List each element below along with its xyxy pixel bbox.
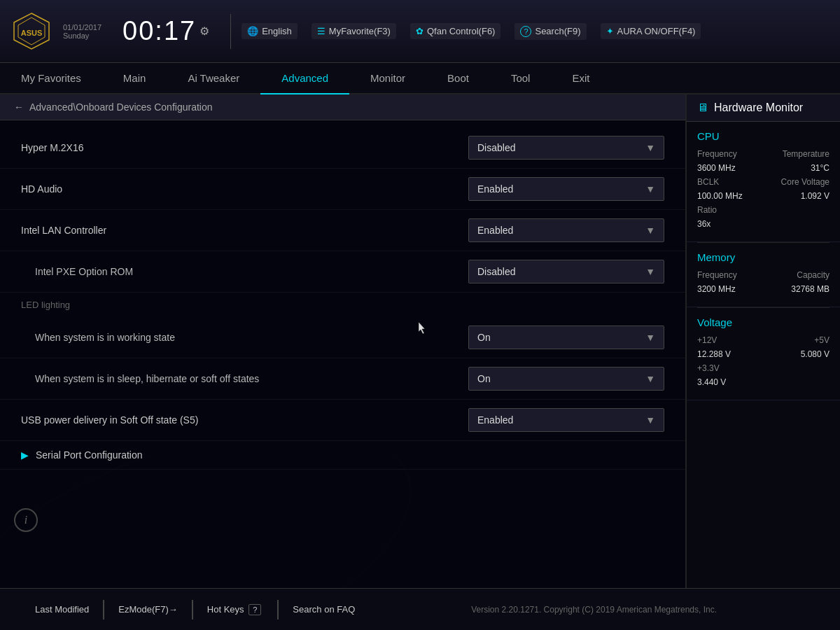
header-date: 01/01/2017 [63,23,102,31]
header-time: 00:17 [122,16,196,46]
led-lighting-label: LED lighting [21,300,70,310]
nav-main[interactable]: Main [102,63,167,94]
cpu-frequency-key: Frequency [697,149,737,159]
cpu-bclk-value-row: 100.00 MHz 1.092 V [697,191,830,201]
serial-port-link[interactable]: ▶ Serial Port Configuration [0,441,685,470]
section-led-lighting: LED lighting [0,293,685,317]
info-icon-area: i [14,508,38,532]
cpu-frequency-val: 3600 MHz [697,163,736,173]
cpu-ratio-row: Ratio [697,205,830,215]
hardware-monitor-title-text: Hardware Monitor [714,102,803,114]
cpu-bclk-key: BCLK [697,177,719,187]
footer: Last Modified EzMode(F7)→ Hot Keys ? Sea… [0,588,840,630]
setting-label-usb-power: USB power delivery in Soft Off state (S5… [21,414,468,426]
header-gear-icon[interactable]: ⚙ [200,24,209,38]
cpu-section-title: CPU [697,130,830,142]
setting-value-hd-audio: Enabled [477,183,513,195]
cpu-bclk-val: 100.00 MHz [697,191,743,201]
dropdown-arrow-icon: ▼ [645,225,655,236]
search-btn[interactable]: ? Search(F9) [514,23,586,40]
nav-boot[interactable]: Boot [426,63,490,94]
voltage-5v-key: +5V [814,335,830,345]
nav-tool[interactable]: Tool [490,63,552,94]
cpu-corevoltage-val: 1.092 V [801,191,830,201]
info-icon[interactable]: i [14,508,38,532]
header: ASUS 01/01/2017 Sunday 00:17 ⚙ 🌐 English… [0,0,840,63]
footer-last-modified-label: Last Modified [35,604,89,615]
myfavorite-btn[interactable]: ☰ MyFavorite(F3) [312,23,396,39]
footer-hotkeys-btn[interactable]: Hot Keys ? [193,600,279,620]
hardware-monitor-title: 🖥 Hardware Monitor [687,94,840,122]
cpu-temperature-val: 31°C [811,163,830,173]
myfavorite-label: MyFavorite(F3) [329,26,391,36]
setting-intel-lan: Intel LAN Controller Enabled ▼ [0,210,685,251]
nav-monitor[interactable]: Monitor [349,63,426,94]
header-controls: 🌐 English ☰ MyFavorite(F3) ✿ Qfan Contro… [241,23,701,40]
monitor-icon: 🖥 [697,102,708,114]
footer-hotkeys-label: Hot Keys [207,604,244,615]
voltage-12v-value-row: 12.288 V 5.080 V [697,349,830,359]
aura-icon: ✦ [606,26,614,36]
language-btn[interactable]: 🌐 English [241,23,298,39]
cpu-corevoltage-key: Core Voltage [781,177,830,187]
footer-ezmode-btn[interactable]: EzMode(F7)→ [104,600,192,620]
voltage-section-title: Voltage [697,316,830,328]
memory-section: Memory Frequency Capacity 3200 MHz 32768… [687,243,840,307]
nav-myfavorites[interactable]: My Favorites [0,63,102,94]
globe-icon: 🌐 [247,26,258,36]
setting-select-intel-pxe[interactable]: Disabled ▼ [468,260,664,284]
cpu-frequency-row: Frequency Temperature [697,149,830,159]
voltage-section: Voltage +12V +5V 12.288 V 5.080 V +3.3V … [687,308,840,400]
aura-label: AURA ON/OFF(F4) [617,26,696,36]
cpu-ratio-value-row: 36x [697,219,830,229]
footer-last-modified-btn[interactable]: Last Modified [21,600,104,620]
setting-label-led-sleep: When system is in sleep, hibernate or so… [21,373,468,384]
setting-select-hyper-m2x16[interactable]: Disabled ▼ [468,136,664,160]
voltage-33v-value-row: 3.440 V [697,377,830,387]
cpu-ratio-val: 36x [697,219,710,229]
setting-intel-pxe: Intel PXE Option ROM Disabled ▼ [0,251,685,293]
aura-btn[interactable]: ✦ AURA ON/OFF(F4) [601,23,701,39]
setting-label-hd-audio: HD Audio [21,183,468,195]
header-day: Sunday [63,31,102,40]
setting-select-intel-lan[interactable]: Enabled ▼ [468,218,664,242]
voltage-12v-row: +12V +5V [697,335,830,345]
voltage-12v-val: 12.288 V [697,349,731,359]
navbar: My Favorites Main Ai Tweaker Advanced Mo… [0,63,840,94]
memory-value-row: 3200 MHz 32768 MB [697,284,830,294]
setting-label-intel-lan: Intel LAN Controller [21,225,468,236]
footer-buttons: Last Modified EzMode(F7)→ Hot Keys ? Sea… [21,600,369,620]
menu-icon: ☰ [317,26,326,36]
setting-label-led-working: When system is in working state [21,332,468,343]
setting-select-usb-power[interactable]: Enabled ▼ [468,408,664,432]
setting-value-hyper-m2x16: Disabled [477,142,515,153]
setting-hd-audio: HD Audio Enabled ▼ [0,169,685,210]
hotkeys-key-icon: ? [248,604,261,615]
nav-exit[interactable]: Exit [551,63,610,94]
qfan-btn[interactable]: ✿ Qfan Control(F6) [410,23,501,39]
dropdown-arrow-icon: ▼ [645,332,655,343]
setting-usb-power: USB power delivery in Soft Off state (S5… [0,400,685,441]
setting-select-led-sleep[interactable]: On ▼ [468,367,664,391]
memory-capacity-key: Capacity [797,270,830,280]
setting-hyper-m2x16: Hyper M.2X16 Disabled ▼ [0,127,685,169]
memory-frequency-row: Frequency Capacity [697,270,830,280]
memory-section-title: Memory [697,251,830,263]
setting-select-hd-audio[interactable]: Enabled ▼ [468,177,664,201]
cpu-section: CPU Frequency Temperature 3600 MHz 31°C … [687,122,840,242]
memory-frequency-val: 3200 MHz [697,284,736,294]
back-arrow-icon[interactable]: ← [14,102,24,113]
setting-label-intel-pxe: Intel PXE Option ROM [21,266,468,277]
qfan-label: Qfan Control(F6) [427,26,496,36]
setting-select-led-working[interactable]: On ▼ [468,326,664,349]
cpu-temperature-key: Temperature [783,149,830,159]
nav-aitweaker[interactable]: Ai Tweaker [167,63,260,94]
nav-advanced[interactable]: Advanced [260,63,349,94]
svg-text:ASUS: ASUS [21,29,43,37]
footer-searchfaq-btn[interactable]: Search on FAQ [279,600,369,620]
cpu-ratio-key: Ratio [697,205,717,215]
dropdown-arrow-icon: ▼ [645,142,655,153]
fan-icon: ✿ [416,26,424,36]
breadcrumb-path: Advanced\Onboard Devices Configuration [29,102,213,113]
dropdown-arrow-icon: ▼ [645,183,655,195]
